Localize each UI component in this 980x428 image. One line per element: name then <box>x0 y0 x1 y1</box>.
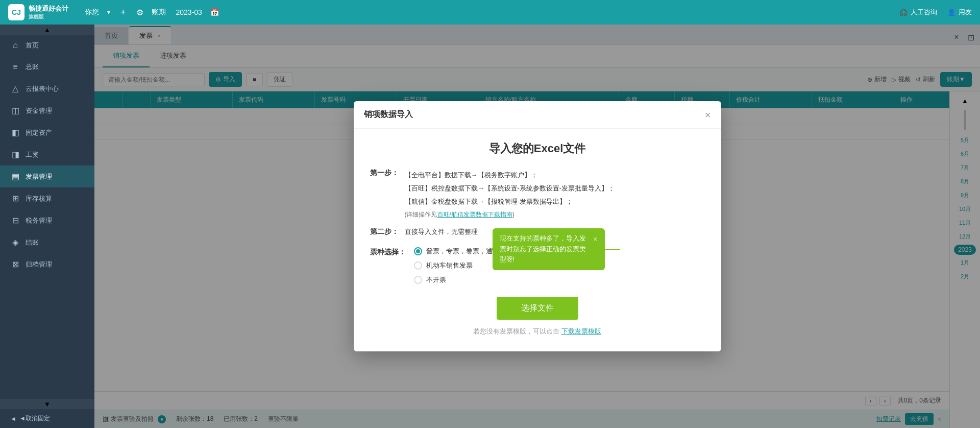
sidebar-item-inventory[interactable]: ⊞ 库存核算 <box>0 187 94 209</box>
radio-opt1[interactable] <box>414 247 422 255</box>
company-dropdown-icon[interactable]: ▾ <box>107 9 110 16</box>
fund-icon: ◫ <box>10 106 20 115</box>
add-button[interactable]: + <box>118 5 128 20</box>
company-name: 你您 <box>85 8 99 17</box>
step1-line3: 【航信】金税盘数据下载→【报税管理-发票数据导出】； <box>405 195 615 208</box>
period-label: 账期 <box>152 8 166 17</box>
invoice-mgmt-icon: ▤ <box>10 172 20 181</box>
sidebar-item-label: 首页 <box>26 41 39 50</box>
cancel-pin-icon: ◄ <box>10 415 16 422</box>
sidebar-item-tax[interactable]: ⊟ 税务管理 <box>0 209 94 231</box>
ticket-option-2-label: 机动车销售发票 <box>426 261 473 270</box>
settlement-icon: ◈ <box>10 237 20 247</box>
ticket-label: 票种选择： <box>370 247 406 257</box>
cloud-report-icon: △ <box>10 84 20 93</box>
tooltip-close-button[interactable]: × <box>593 233 597 245</box>
user-icon: 👤 <box>947 9 955 16</box>
step1-line1: 【全电平台】数据下载→【税务数字账户】； <box>405 169 615 182</box>
cancel-pin-label: ◄取消固定 <box>19 414 50 423</box>
top-bar: CJ 畅捷通好会计 旗舰版 你您 ▾ + ⚙ 账期 2023-03 📅 🎧 人工… <box>0 0 980 25</box>
sidebar-item-settlement[interactable]: ◈ 结账 <box>0 231 94 253</box>
sidebar-item-fund[interactable]: ◫ 资金管理 <box>0 100 94 122</box>
sidebar-item-label: 发票管理 <box>26 172 52 181</box>
user-button[interactable]: 👤 用友 <box>947 8 972 17</box>
sidebar-item-label: 云报表中心 <box>26 84 59 93</box>
headset-icon: 🎧 <box>899 9 908 16</box>
sidebar-item-ledger[interactable]: ≡ 总账 <box>0 56 94 78</box>
sidebar-item-label: 税务管理 <box>26 216 52 225</box>
sidebar-scroll-down[interactable]: ▼ <box>0 399 94 409</box>
archive-icon: ⊠ <box>10 259 20 269</box>
sidebar-item-label: 结账 <box>26 238 39 247</box>
tooltip-text: 现在支持的票种多了，导入发票时别忘了选择正确的发票类型呀! <box>500 234 586 264</box>
step2-label: 第二步： <box>370 227 399 236</box>
logo-area: CJ 畅捷通好会计 旗舰版 <box>8 4 68 20</box>
no-template-area: 若您没有发票模版，可以点击 下载发票模版 <box>370 327 705 336</box>
sidebar-item-label: 固定资产 <box>26 128 52 137</box>
sidebar-item-label: 库存核算 <box>26 194 52 203</box>
ticket-choice-section: 票种选择： 普票，专票，卷票，通行费发票，农产品销售发票 机动车销售发票 <box>370 247 705 284</box>
step1-link-area: (详细操作见百旺/航信发票数据下载指南) <box>405 210 615 219</box>
sidebar-scroll-up[interactable]: ▲ <box>0 25 94 35</box>
tax-icon: ⊟ <box>10 216 20 225</box>
app-badge: 旗舰版 <box>29 13 68 20</box>
modal-title: 销项数据导入 <box>364 109 413 120</box>
modal-main-title: 导入您的Excel文件 <box>370 141 705 156</box>
tooltip-box: × 现在支持的票种多了，导入发票时别忘了选择正确的发票类型呀! <box>493 228 605 270</box>
content-area: 首页 发票 × × ⊡ 销项发票 进项发票 <box>94 25 980 428</box>
inventory-icon: ⊞ <box>10 194 20 203</box>
ledger-icon: ≡ <box>10 62 20 72</box>
sidebar-item-cloud-report[interactable]: △ 云报表中心 <box>0 78 94 100</box>
sidebar-item-fixed-assets[interactable]: ◧ 固定资产 <box>0 122 94 144</box>
tooltip-line <box>605 249 620 250</box>
calendar-icon[interactable]: 📅 <box>210 8 219 16</box>
main-area: ▲ ⌂ 首页 ≡ 总账 △ 云报表中心 ◫ 资金管理 ◧ 固定资产 ◨ <box>0 25 980 428</box>
payroll-icon: ◨ <box>10 150 20 159</box>
cancel-pin-button[interactable]: ◄ ◄取消固定 <box>0 409 94 428</box>
modal-header: 销项数据导入 × <box>354 101 721 129</box>
sidebar-item-label: 总账 <box>26 62 39 72</box>
import-modal: 销项数据导入 × 导入您的Excel文件 第一步： 【全电平台】数据下载→【税务… <box>354 101 721 351</box>
app-name: 畅捷通好会计 <box>29 4 68 13</box>
modal-body: 导入您的Excel文件 第一步： 【全电平台】数据下载→【税务数字账户】； 【百… <box>354 129 721 351</box>
sidebar-item-label: 工资 <box>26 150 39 159</box>
step1-content: 【全电平台】数据下载→【税务数字账户】； 【百旺】税控盘数据下载→【系统设置-系… <box>405 169 615 219</box>
service-button[interactable]: 🎧 人工咨询 <box>899 8 937 17</box>
sidebar-item-archive[interactable]: ⊠ 归档管理 <box>0 253 94 275</box>
sidebar: ▲ ⌂ 首页 ≡ 总账 △ 云报表中心 ◫ 资金管理 ◧ 固定资产 ◨ <box>0 25 94 428</box>
step2-text: 直接导入文件，无需整理 <box>405 227 478 236</box>
period-value: 2023-03 <box>176 8 202 16</box>
top-bar-right: 🎧 人工咨询 👤 用友 <box>899 8 972 17</box>
modal-overlay: 销项数据导入 × 导入您的Excel文件 第一步： 【全电平台】数据下载→【税务… <box>94 25 980 428</box>
tooltip-container: × 现在支持的票种多了，导入发票时别忘了选择正确的发票类型呀! <box>580 247 620 252</box>
sidebar-item-label: 归档管理 <box>26 260 52 269</box>
sidebar-item-invoice-mgmt[interactable]: ▤ 发票管理 <box>0 165 94 187</box>
modal-close-button[interactable]: × <box>705 110 711 120</box>
ticket-option-3[interactable]: 不开票 <box>414 275 572 284</box>
download-template-link[interactable]: 下载发票模版 <box>561 327 601 335</box>
radio-opt2[interactable] <box>414 261 422 270</box>
guide-link[interactable]: 百旺/航信发票数据下载指南 <box>437 211 512 218</box>
logo-icon: CJ <box>8 4 24 20</box>
select-file-button[interactable]: 选择文件 <box>497 297 578 320</box>
step1-section: 第一步： 【全电平台】数据下载→【税务数字账户】； 【百旺】税控盘数据下载→【系… <box>370 169 705 219</box>
sidebar-item-label: 资金管理 <box>26 106 52 115</box>
settings-icon[interactable]: ⚙ <box>136 8 143 17</box>
sidebar-item-home[interactable]: ⌂ 首页 <box>0 35 94 56</box>
no-template-text: 若您没有发票模版，可以点击 <box>473 327 559 335</box>
radio-opt3[interactable] <box>414 276 422 284</box>
fixed-assets-icon: ◧ <box>10 128 20 137</box>
step1-line2: 【百旺】税控盘数据下载→【系统设置-系统参数设置-发票批量导入】； <box>405 182 615 195</box>
ticket-option-3-label: 不开票 <box>426 275 446 284</box>
home-icon: ⌂ <box>10 41 20 50</box>
sidebar-item-payroll[interactable]: ◨ 工资 <box>0 144 94 165</box>
step1-label: 第一步： <box>370 169 399 178</box>
